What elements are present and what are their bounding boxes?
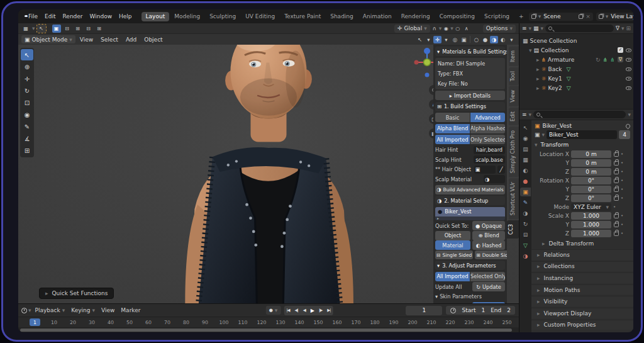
timeline-editor-type-icon[interactable]: [21, 308, 27, 313]
transform-orientation-dropdown[interactable]: ✛ Global ▾: [394, 25, 430, 33]
active-tool-icon[interactable]: ↖: [37, 25, 46, 33]
end-frame-field[interactable]: 2: [507, 307, 511, 313]
lock-icon[interactable]: [614, 196, 619, 201]
outliner-row-key1[interactable]: ▸ ☼ Key1 ▽: [523, 74, 631, 83]
animate-dot-icon[interactable]: •: [621, 152, 623, 157]
tab-output-icon[interactable]: ▤: [520, 145, 531, 154]
menu-edit[interactable]: Edit: [42, 12, 58, 21]
sidebar-tab-shortcut-vur[interactable]: Shortcut VUr: [509, 178, 519, 219]
alpha-hashed-button[interactable]: Alpha Hashed: [470, 124, 505, 133]
double-sided-button[interactable]: ⊞ Double Sid...: [475, 250, 507, 259]
outliner-display-mode-icon[interactable]: ≡: [522, 25, 527, 31]
tab-scene-icon[interactable]: ◐: [520, 166, 531, 175]
workspace-tab-uv-editing[interactable]: UV Editing: [241, 12, 279, 21]
pin-icon[interactable]: [625, 123, 631, 129]
object-name-field[interactable]: Biker_Vest: [547, 130, 617, 139]
section-visibility[interactable]: ▸ Visibility: [531, 296, 633, 306]
start-frame-field[interactable]: 1: [481, 307, 485, 313]
animate-dot-icon[interactable]: •: [621, 187, 623, 192]
animate-dot-icon[interactable]: •: [621, 222, 623, 227]
tool-move-icon[interactable]: ✛: [21, 73, 33, 84]
timeline-scrollbar[interactable]: [18, 327, 519, 332]
properties-editor-type-icon[interactable]: ≡: [522, 111, 527, 118]
lock-icon[interactable]: [614, 223, 619, 227]
menu-window[interactable]: Window: [87, 12, 116, 21]
tab-view-layer-icon[interactable]: ▦: [520, 155, 531, 164]
workspace-tab-texture-paint[interactable]: Texture Paint: [280, 12, 325, 21]
tab-render-icon[interactable]: ◉: [520, 134, 531, 143]
scalp-hint-input[interactable]: scalp.base: [474, 155, 505, 164]
selectability-icon[interactable]: ↖: [416, 36, 424, 43]
lock-icon[interactable]: [614, 179, 619, 183]
location-y-field[interactable]: 0 m: [571, 159, 611, 167]
import-details-expander[interactable]: ▸ Import Details: [435, 91, 505, 100]
hair-hint-input[interactable]: hair,beard: [474, 146, 505, 154]
section-viewport-display[interactable]: ▸ Viewport Display: [531, 308, 633, 318]
animate-dot-icon[interactable]: •: [621, 160, 623, 166]
advanced-button[interactable]: Advanced: [470, 113, 505, 122]
menu-select[interactable]: Select: [97, 35, 121, 44]
animate-dot-icon[interactable]: •: [621, 178, 623, 183]
menu-render[interactable]: Render: [60, 12, 86, 21]
close-icon[interactable]: ×: [586, 13, 591, 20]
collection-checkbox[interactable]: ✓: [618, 47, 623, 53]
section-relations[interactable]: ▸ Relations: [531, 249, 633, 260]
scalp-material-field[interactable]: ◑: [484, 175, 505, 183]
scene-selector[interactable]: ▾ Scene ×: [529, 13, 593, 21]
play-button[interactable]: ▶: [308, 306, 316, 315]
select-mode-invert-icon[interactable]: ⊟: [84, 25, 93, 33]
sidebar-tab-tool[interactable]: Tool: [509, 67, 519, 85]
properties-search-input[interactable]: [533, 111, 626, 118]
section-collections[interactable]: ▸ Collections: [531, 261, 633, 272]
section-custom-properties[interactable]: ▸ Custom Properties: [531, 320, 633, 330]
active-mode-icon[interactable]: ∇: [618, 57, 623, 62]
scale-z-field[interactable]: 1.000: [571, 230, 611, 237]
auto-keying-button[interactable]: ● ▾: [266, 306, 281, 315]
tab-material-icon[interactable]: ◑: [520, 252, 531, 261]
eye-icon[interactable]: [626, 67, 631, 71]
tab-modifiers-icon[interactable]: ✎: [520, 198, 531, 207]
snap-magnet-icon[interactable]: ∩: [430, 25, 439, 33]
section-motion-paths[interactable]: ▸ Motion Paths: [531, 284, 633, 295]
section-instancing[interactable]: ▸ Instancing: [531, 273, 633, 283]
material-preview-strip[interactable]: ▸: [435, 216, 505, 220]
sidebar-tab-edit[interactable]: Edit: [509, 108, 519, 125]
rotation-y-field[interactable]: 0°: [571, 186, 611, 193]
tab-world-icon[interactable]: ●: [520, 177, 531, 186]
tab-object-icon[interactable]: ▣: [520, 188, 531, 196]
jump-to-end-button[interactable]: ▶|: [325, 306, 333, 315]
outliner-row-collection[interactable]: ▾ ▤ Collection ✓: [523, 45, 631, 55]
tool-annotate-icon[interactable]: ✎: [21, 121, 33, 132]
delta-transform-panel[interactable]: ▸ Delta Transform: [535, 239, 630, 248]
materials-build-settings-header[interactable]: ▾ Materials & Build Settings: [435, 47, 505, 56]
tool-scale-icon[interactable]: ⊡: [21, 97, 33, 108]
jump-to-start-button[interactable]: |◀: [284, 306, 292, 315]
all-imported-button[interactable]: All Imported: [435, 135, 470, 144]
material-button[interactable]: Material: [435, 240, 470, 250]
proportional-editing-icon[interactable]: ○: [453, 25, 462, 33]
menu-add[interactable]: Add: [123, 35, 140, 44]
animate-dot-icon[interactable]: •: [613, 205, 616, 210]
lock-icon[interactable]: [614, 170, 619, 174]
eye-icon[interactable]: [626, 48, 631, 52]
animate-dot-icon[interactable]: •: [621, 169, 623, 174]
lock-icon[interactable]: [614, 152, 619, 157]
workspace-tab-add[interactable]: +: [514, 12, 528, 21]
filter-funnel-icon[interactable]: ∇: [616, 25, 619, 31]
sidebar-tab-simply-cloth-pro[interactable]: Simply Cloth Pro: [509, 127, 519, 177]
skin-ao-slider[interactable]: 1.00: [472, 302, 505, 303]
workspace-tab-layout[interactable]: Layout: [142, 12, 170, 21]
outliner-row-armature[interactable]: ▸ ⋔ Armature ↻ ⋔ ⋔ ∇: [523, 55, 631, 64]
menu-keying[interactable]: Keying▾: [69, 306, 97, 314]
selected-only-button[interactable]: Selected Only: [470, 272, 505, 281]
lock-icon[interactable]: [614, 161, 619, 166]
new-collection-icon[interactable]: ⊞: [626, 25, 631, 31]
menu-timeline-view[interactable]: View: [99, 306, 117, 314]
hair-object-field[interactable]: ▣: [474, 166, 496, 174]
playhead[interactable]: 1: [30, 318, 40, 326]
shading-wireframe-icon[interactable]: ○: [472, 36, 480, 43]
tool-rotate-icon[interactable]: ↻: [21, 85, 33, 96]
tab-particles-icon[interactable]: ◑: [520, 209, 531, 218]
current-frame-field[interactable]: 1: [406, 306, 442, 315]
sidebar-tab-item[interactable]: Item: [509, 47, 519, 66]
